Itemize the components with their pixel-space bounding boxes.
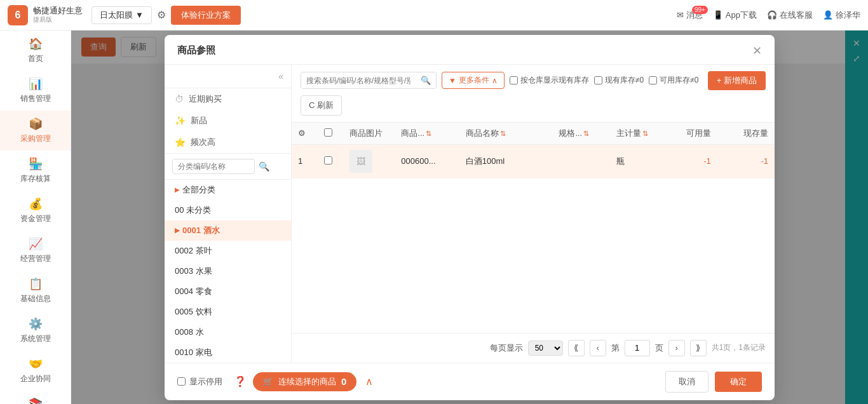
- settings-icon[interactable]: ⚙: [157, 9, 166, 21]
- warehouse-checkbox-group: 按仓库显示现有库存: [510, 75, 589, 86]
- sidebar-item-2[interactable]: 📦采购管理: [0, 111, 71, 151]
- confirm-btn[interactable]: 确定: [715, 372, 762, 392]
- sidebar-icon-5: 📈: [29, 237, 43, 251]
- add-product-btn[interactable]: + 新增商品: [708, 71, 766, 90]
- cat-arrow-0: ▶: [175, 186, 180, 193]
- warehouse-label: 按仓库显示现有库存: [520, 75, 589, 86]
- top-nav: 6 畅捷通好生意 捷易版 日太阳膜 ▼ ⚙ 体验行业方案 ✉ 消息 99+ 📱 …: [0, 0, 868, 30]
- category-item-2[interactable]: ▶0001 酒水: [165, 220, 291, 241]
- category-item-1[interactable]: 00 未分类: [165, 200, 291, 220]
- dialog-header: 商品参照 ✕: [165, 35, 775, 65]
- warehouse-checkbox[interactable]: [510, 76, 518, 84]
- quick-label-1: 新品: [191, 115, 207, 126]
- available-checkbox[interactable]: [594, 76, 602, 84]
- last-page-btn[interactable]: ⟫: [690, 340, 707, 356]
- row-spec-0: [552, 144, 609, 178]
- help-icon[interactable]: ❓: [234, 375, 247, 387]
- cat-label-3: 0002 茶叶: [175, 245, 212, 257]
- sidebar-item-1[interactable]: 📊销售管理: [0, 71, 71, 111]
- filter-label: 更多条件: [459, 75, 489, 86]
- nav-right: ✉ 消息 99+ 📱 App下载 🎧 在线客服 👤 徐泽华: [677, 10, 860, 21]
- app-download-nav[interactable]: 📱 App下载: [713, 10, 757, 21]
- sidebar-label-4: 资金管理: [20, 213, 51, 224]
- nav-selector[interactable]: 日太阳膜 ▼: [92, 6, 152, 24]
- quick-icon-1: ✨: [175, 116, 186, 126]
- th-check: [318, 123, 344, 145]
- table-row-0[interactable]: 1 🖼 000600... 白酒100ml 瓶 -1 -1: [292, 144, 775, 178]
- sidebar-item-5[interactable]: 📈经营管理: [0, 231, 71, 271]
- filter-more-btn[interactable]: ▼ 更多条件 ∧: [442, 72, 505, 89]
- messages-badge: 99+: [692, 6, 708, 14]
- per-page-select[interactable]: 501020100: [528, 340, 563, 356]
- quick-item-1[interactable]: ✨新品: [165, 110, 291, 131]
- settings-col-icon[interactable]: ⚙: [298, 128, 306, 138]
- nav-selector-text: 日太阳膜: [100, 10, 133, 21]
- category-list: ▶全部分类00 未分类▶0001 酒水0002 茶叶0003 水果0004 零食…: [165, 180, 291, 363]
- dialog-close-icon[interactable]: ✕: [752, 44, 762, 58]
- sidebar-icon-6: 📋: [29, 277, 43, 291]
- experience-btn[interactable]: 体验行业方案: [171, 6, 241, 25]
- category-item-7[interactable]: 0008 水: [165, 322, 291, 342]
- sidebar-item-3[interactable]: 🏪库存核算: [0, 151, 71, 191]
- sidebar-item-7[interactable]: ⚙️系统管理: [0, 311, 71, 351]
- select-all-checkbox[interactable]: [324, 128, 332, 137]
- cart-count: 0: [341, 376, 346, 387]
- category-item-3[interactable]: 0002 茶叶: [165, 241, 291, 261]
- right-panel: 🔍 ▼ 更多条件 ∧ 按仓库显示现有库存: [292, 65, 775, 363]
- user-avatar[interactable]: 👤 徐泽华: [823, 10, 860, 21]
- avatar-icon: 👤: [823, 10, 833, 20]
- th-code: 商品...⇅: [395, 123, 459, 145]
- pagination: 每页显示 501020100 ⟪ ‹ 第 页 › ⟫ 共1页，1条记录: [292, 333, 775, 363]
- show-disabled-checkbox[interactable]: [177, 377, 186, 386]
- refresh-table-btn[interactable]: C 刷新: [301, 95, 342, 116]
- sidebar-item-8[interactable]: 🤝企业协同: [0, 351, 71, 391]
- cart-label: 连续选择的商品: [278, 376, 336, 387]
- page-label: 第: [611, 342, 620, 354]
- first-page-btn[interactable]: ⟪: [568, 340, 585, 356]
- cat-label-6: 0005 饮料: [175, 306, 212, 318]
- sidebar-label-3: 库存核算: [20, 173, 51, 184]
- category-item-8[interactable]: 0010 家电: [165, 342, 291, 363]
- quick-item-0[interactable]: ⏱近期购买: [165, 88, 291, 110]
- usable-checkbox[interactable]: [649, 76, 657, 84]
- prev-page-btn[interactable]: ‹: [590, 340, 606, 356]
- main-content: 查询 刷新 ✕ ⤢ 商品参照 ✕ «: [71, 30, 868, 404]
- category-item-6[interactable]: 0005 饮料: [165, 302, 291, 322]
- cat-label-7: 0008 水: [175, 327, 204, 338]
- online-service-nav[interactable]: 🎧 在线客服: [767, 10, 813, 21]
- cart-btn[interactable]: 🛒 连续选择的商品 0: [253, 372, 356, 391]
- product-table-wrap: ⚙ 商品图片 商品...⇅ 商品名称⇅ 规格...⇅ 主计量⇅ 可用量 现存量: [292, 123, 775, 333]
- category-search-input[interactable]: [172, 159, 255, 174]
- quick-icon-0: ⏱: [175, 94, 184, 104]
- page-number-input[interactable]: [625, 340, 650, 356]
- collapse-left-icon[interactable]: «: [278, 71, 283, 81]
- messages-nav[interactable]: ✉ 消息 99+: [677, 10, 703, 21]
- username: 徐泽华: [836, 10, 860, 21]
- total-info: 共1页，1条记录: [712, 342, 766, 353]
- row-num-0: 1: [292, 144, 318, 178]
- cat-label-1: 00 未分类: [175, 205, 211, 216]
- category-item-4[interactable]: 0003 水果: [165, 261, 291, 281]
- left-panel-top: «: [165, 65, 291, 88]
- chevron-down-icon: ▼: [135, 10, 144, 20]
- cart-icon: 🛒: [263, 377, 273, 386]
- row-checkbox-0[interactable]: [324, 156, 332, 165]
- sidebar-item-6[interactable]: 📋基础信息: [0, 271, 71, 311]
- cancel-btn[interactable]: 取消: [665, 371, 709, 393]
- product-search-input[interactable]: [301, 73, 416, 88]
- category-search-icon[interactable]: 🔍: [259, 161, 269, 172]
- sidebar-label-7: 系统管理: [20, 333, 51, 344]
- sidebar-item-4[interactable]: 💰资金管理: [0, 191, 71, 231]
- sidebar-item-9[interactable]: 📚新手引导: [0, 391, 71, 404]
- product-search-icon[interactable]: 🔍: [416, 72, 436, 88]
- quick-label-2: 频次高: [191, 137, 215, 148]
- collapse-icon[interactable]: ∧: [365, 375, 373, 387]
- sidebar-item-0[interactable]: 🏠首页: [0, 30, 71, 71]
- category-item-0[interactable]: ▶全部分类: [165, 180, 291, 200]
- logo-sub: 捷易版: [33, 15, 83, 24]
- next-page-btn[interactable]: ›: [668, 340, 685, 356]
- category-item-5[interactable]: 0004 零食: [165, 281, 291, 302]
- dialog-title: 商品参照: [177, 44, 215, 57]
- available-label: 现有库存≠0: [605, 75, 644, 86]
- quick-item-2[interactable]: ⭐频次高: [165, 131, 291, 153]
